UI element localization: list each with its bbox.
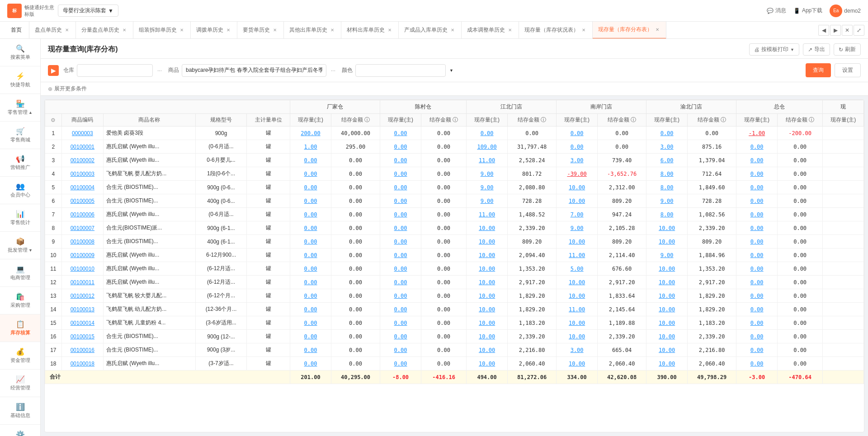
cell-c2-qty[interactable]: 0.00 <box>380 235 421 248</box>
cell-tot-qty[interactable]: 0.00 <box>736 262 777 276</box>
cell-c3-qty[interactable]: 11.00 <box>467 154 507 167</box>
cell-c3-qty[interactable]: 0.00 <box>467 127 507 140</box>
cell-c5-qty[interactable]: 9.00 <box>646 248 687 262</box>
cell-c4-qty[interactable]: 0.00 <box>557 127 597 140</box>
cell-code[interactable]: 00100009 <box>61 248 103 262</box>
cell-c1-qty[interactable]: 0.00 <box>290 235 331 248</box>
cell-c2-qty[interactable]: 0.00 <box>380 208 421 221</box>
cell-c2-qty[interactable]: 0.00 <box>380 303 421 316</box>
sidebar-item-member[interactable]: 👥 会员中心 <box>0 177 40 204</box>
cell-c3-qty[interactable]: 10.00 <box>467 316 507 330</box>
warehouse-dots[interactable]: ··· <box>156 67 164 74</box>
cell-c5-qty[interactable]: 10.00 <box>646 330 687 343</box>
cell-c4-qty[interactable]: 0.00 <box>557 140 597 154</box>
cell-c3-qty[interactable]: 9.00 <box>467 167 507 181</box>
cell-c4-qty[interactable]: 9.00 <box>557 221 597 235</box>
cell-c4-qty[interactable]: 10.00 <box>557 357 597 370</box>
cell-c5-qty[interactable]: 8.00 <box>646 208 687 221</box>
tab-assembly[interactable]: 组装拆卸单历史 ✕ <box>133 22 191 39</box>
cell-code[interactable]: 00100016 <box>61 343 103 357</box>
cell-c1-qty[interactable]: 0.00 <box>290 181 331 194</box>
cell-c2-qty[interactable]: 0.00 <box>380 154 421 167</box>
cell-c5-qty[interactable]: 10.00 <box>646 262 687 276</box>
cell-c2-qty[interactable]: 0.00 <box>380 262 421 276</box>
user-profile[interactable]: Ea demo2 <box>830 5 861 17</box>
cell-tot-qty[interactable]: 0.00 <box>736 343 777 357</box>
cell-c5-qty[interactable]: 10.00 <box>646 289 687 303</box>
cell-c1-qty[interactable]: 0.00 <box>290 262 331 276</box>
tab-close-assembly[interactable]: ✕ <box>179 27 185 33</box>
cell-tot-qty[interactable]: 0.00 <box>736 248 777 262</box>
sidebar-item-ops[interactable]: 📈 经营管理 <box>0 370 40 397</box>
cell-c4-qty[interactable]: 10.00 <box>557 235 597 248</box>
cell-tot-qty[interactable]: 0.00 <box>736 276 777 289</box>
cell-tot-qty[interactable]: 0.00 <box>736 221 777 235</box>
cell-c1-qty[interactable]: 0.00 <box>290 221 331 235</box>
cell-c5-qty[interactable]: 8.00 <box>646 181 687 194</box>
cell-c2-qty[interactable]: 0.00 <box>380 343 421 357</box>
cell-c3-qty[interactable]: 10.00 <box>467 276 507 289</box>
expand-more-btn[interactable]: 展开更多条件 <box>54 85 87 93</box>
cell-c4-qty[interactable]: 10.00 <box>557 194 597 208</box>
cell-c2-qty[interactable]: 0.00 <box>380 330 421 343</box>
cell-c2-qty[interactable]: 0.00 <box>380 140 421 154</box>
cell-tot-qty[interactable]: 0.00 <box>736 194 777 208</box>
cell-code[interactable]: 00100001 <box>61 140 103 154</box>
tab-product-in[interactable]: 产成品入库单历史 ✕ <box>399 22 462 39</box>
tab-next-btn[interactable]: ▶ <box>830 25 841 36</box>
cell-c3-qty[interactable]: 109.00 <box>467 140 507 154</box>
cell-c4-qty[interactable]: 10.00 <box>557 276 597 289</box>
cell-c2-qty[interactable]: 0.00 <box>380 316 421 330</box>
tab-request[interactable]: 要货单历史 ✕ <box>237 22 284 39</box>
cell-c4-qty[interactable]: 10.00 <box>557 316 597 330</box>
sidebar-item-nav[interactable]: ⚡ 快捷导航 <box>0 66 40 94</box>
tab-material-out[interactable]: 材料出库单历史 ✕ <box>341 22 399 39</box>
sidebar-item-retail[interactable]: 🏪 零售管理 ▲ <box>0 94 40 122</box>
cell-code[interactable]: 00100007 <box>61 221 103 235</box>
sidebar-item-retail-stats[interactable]: 📊 零售统计 <box>0 204 40 232</box>
tab-inventory-check[interactable]: 盘点单历史 ✕ <box>29 22 76 39</box>
cell-c2-qty[interactable]: 0.00 <box>380 276 421 289</box>
setting-button[interactable]: 设置 <box>835 63 861 77</box>
tab-close-other-out[interactable]: ✕ <box>329 27 335 33</box>
search-expand-btn[interactable]: ▶ <box>48 65 59 76</box>
cell-c5-qty[interactable]: 10.00 <box>646 343 687 357</box>
query-button[interactable]: 查询 <box>806 63 831 77</box>
warehouse-input[interactable] <box>77 64 153 77</box>
cell-c5-qty[interactable]: 10.00 <box>646 357 687 370</box>
cell-c5-qty[interactable]: 10.00 <box>646 235 687 248</box>
cell-c5-qty[interactable]: 8.00 <box>646 167 687 181</box>
sidebar-item-wholesale[interactable]: 📦 批发管理 ▼ <box>0 232 40 259</box>
cell-c1-qty[interactable]: 0.00 <box>290 208 331 221</box>
sidebar-item-shop[interactable]: 🛒 零售商城 <box>0 122 40 149</box>
tab-home[interactable]: 首页 <box>4 22 29 39</box>
sidebar-item-search[interactable]: 🔍 搜索英单 <box>0 39 40 66</box>
tab-close-stock-distribution[interactable]: ✕ <box>654 27 660 33</box>
cell-c5-qty[interactable]: 6.00 <box>646 154 687 167</box>
cell-c1-qty[interactable]: 0.00 <box>290 194 331 208</box>
export-btn[interactable]: ↗ 导出 <box>803 43 830 56</box>
cell-tot-qty[interactable]: 0.00 <box>736 316 777 330</box>
cell-code[interactable]: 00100015 <box>61 330 103 343</box>
cell-code[interactable]: 0000003 <box>61 127 103 140</box>
cell-c4-qty[interactable]: 7.00 <box>557 208 597 221</box>
cell-c3-qty[interactable]: 10.00 <box>467 221 507 235</box>
cell-c4-qty[interactable]: 10.00 <box>557 289 597 303</box>
cell-tot-qty[interactable]: 0.00 <box>736 181 777 194</box>
cell-c3-qty[interactable]: 11.00 <box>467 208 507 221</box>
cell-code[interactable]: 00100003 <box>61 167 103 181</box>
cell-c3-qty[interactable]: 10.00 <box>467 262 507 276</box>
cell-tot-qty[interactable]: 0.00 <box>736 235 777 248</box>
sidebar-item-finance[interactable]: 💰 资金管理 <box>0 342 40 370</box>
tab-portion-check[interactable]: 分量盘点单历史 ✕ <box>76 22 133 39</box>
cell-c5-qty[interactable]: 10.00 <box>646 303 687 316</box>
cell-c5-qty[interactable]: 0.00 <box>646 127 687 140</box>
cell-c2-qty[interactable]: 0.00 <box>380 248 421 262</box>
cell-c3-qty[interactable]: 10.00 <box>467 330 507 343</box>
cell-code[interactable]: 00100005 <box>61 194 103 208</box>
cell-code[interactable]: 00100010 <box>61 262 103 276</box>
cell-c2-qty[interactable]: 0.00 <box>380 167 421 181</box>
color-dropdown[interactable]: ▼ <box>449 68 453 73</box>
tab-close-all-btn[interactable]: ✕ <box>842 25 853 36</box>
cell-c1-qty[interactable]: 0.00 <box>290 154 331 167</box>
